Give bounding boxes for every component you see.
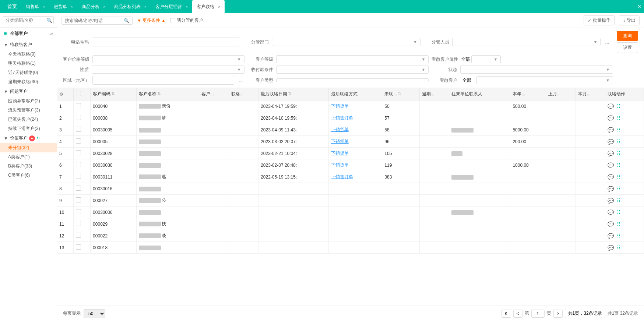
more-icon[interactable]: ⠿ [617,221,620,227]
sidebar-all-customers[interactable]: ⊞ 全部客户 « [0,28,57,40]
main-search-icon[interactable]: 🔍 [124,18,129,23]
sidebar-item-hoarding[interactable]: 囤购异常客户(2) [0,96,57,106]
more-icon[interactable]: ⠿ [617,174,620,180]
retail-select[interactable]: ▼ [476,76,613,84]
last-method-link[interactable]: 下销货单 [331,127,349,132]
sidebar-pending-section[interactable]: ▼ 待联络客户 [0,40,57,50]
row-checkbox[interactable] [76,150,81,155]
customer-type-select[interactable] [276,78,429,82]
more-icon[interactable]: ⠿ [617,245,620,251]
filter-more-dots[interactable]: ... [603,39,611,45]
close-tab-sales-icon[interactable]: × [43,4,45,9]
region-dots[interactable]: ... [237,77,244,83]
more-icon[interactable]: ⠿ [617,209,620,215]
nav-tab-customer-tier[interactable]: 客户分层经营 × [151,0,192,13]
row-checkbox[interactable] [76,197,81,202]
sidebar-item-ungroup[interactable]: 未分组(32) [0,143,57,152]
sidebar-item-7days[interactable]: 近7天待联络(0) [0,68,57,77]
more-icon[interactable]: ⠿ [617,139,620,145]
chat-icon[interactable]: 💬 [608,162,614,168]
chat-icon[interactable]: 💬 [608,103,614,109]
col-code[interactable]: 客户编码⇅ [91,88,137,100]
reset-button[interactable]: 设置 [617,42,638,53]
dept-select[interactable]: ▼ [272,38,420,46]
sidebar-problem-section[interactable]: ▼ 问题客户 [0,87,57,96]
batch-operation-button[interactable]: ✓ 批量操作 [584,15,615,25]
nav-home[interactable]: 首页 [3,3,21,10]
first-page-button[interactable]: K [502,310,511,318]
nav-tab-sales[interactable]: 销售单 × [21,0,49,13]
person-select[interactable]: ▼ [452,38,601,46]
price-level-select[interactable]: ▼ [92,55,244,63]
my-customers-check-icon[interactable] [170,18,175,23]
chat-icon[interactable]: 💬 [608,115,614,121]
per-page-select[interactable]: 50 100 [84,309,105,318]
page-number-input[interactable] [531,310,545,318]
region-input[interactable] [92,76,234,85]
chat-icon[interactable]: 💬 [608,209,614,215]
sidebar-item-churned[interactable]: 已流失客户(24) [0,115,57,124]
more-icon[interactable]: ⠿ [617,233,620,239]
last-page-button[interactable]: 共1页，32条记录 [565,309,605,318]
close-tab-purchase-icon[interactable]: × [71,4,73,9]
more-icon[interactable]: ⠿ [617,115,620,121]
chat-icon[interactable]: 💬 [608,221,614,227]
col-last-date[interactable]: 最后联络日期⇅ [258,88,328,100]
chat-icon[interactable]: 💬 [608,186,614,192]
next-page-button[interactable]: > [553,310,563,318]
retail-attr-select[interactable]: ▼ [471,55,501,63]
sidebar-item-tomorrow[interactable]: 明天待联络(1) [0,59,57,68]
payment-select[interactable]: ▼ [276,66,429,74]
sidebar-item-class-b[interactable]: B类客户(33) [0,162,57,171]
sidebar-item-declining[interactable]: 持续下滑客户(2) [0,124,57,133]
col-no-contact[interactable]: 未联...⇅ [382,88,419,100]
more-icon[interactable]: ⠿ [617,186,620,192]
row-checkbox[interactable] [76,209,81,214]
phone-input[interactable] [92,38,240,46]
more-icon[interactable]: ⠿ [617,151,620,156]
sidebar-item-class-c[interactable]: C类客户(6) [0,171,57,180]
customer-level-select[interactable]: ▼ [276,55,429,63]
sidebar-item-class-a[interactable]: A类客户(1) [0,152,57,162]
window-close-button[interactable]: × [638,3,641,10]
sidebar-value-section[interactable]: ▼ 价值客户 ● ↻ [0,133,57,143]
chat-icon[interactable]: 💬 [608,174,614,180]
more-filter-button[interactable]: ▼ 更多条件 ▲ [137,17,166,24]
more-icon[interactable]: ⠿ [617,127,620,133]
nav-tab-purchase[interactable]: 进货单 × [49,0,77,13]
nav-tab-product-analysis[interactable]: 商品分析 × [77,0,110,13]
nav-tab-customer-contact[interactable]: 客户联络 × [192,0,225,13]
row-checkbox[interactable] [76,162,81,167]
more-icon[interactable]: ⠿ [617,198,620,204]
row-checkbox[interactable] [76,115,81,120]
sidebar-search-icon[interactable]: 🔍 [46,18,52,23]
export-button[interactable]: ↓ 导出 [619,15,640,25]
chat-icon[interactable]: 💬 [608,198,614,204]
nature-select[interactable]: ▼ [92,66,244,74]
close-tab-product-list-icon[interactable]: × [144,4,147,9]
close-tab-customer-contact-icon[interactable]: × [218,4,220,9]
row-checkbox[interactable] [76,138,81,144]
chat-icon[interactable]: 💬 [608,127,614,133]
main-search-input[interactable] [65,18,124,23]
settings-icon[interactable]: ⚙ [59,92,63,97]
refresh-icon[interactable]: ↻ [36,136,40,141]
row-checkbox[interactable] [76,103,81,108]
row-checkbox[interactable] [76,127,81,132]
status-select[interactable]: ▼ [460,66,613,74]
last-method-link[interactable]: 下销货单 [331,139,349,144]
select-all-checkbox[interactable] [76,91,81,96]
sidebar-item-overdue[interactable]: 逾期未联络(30) [0,77,57,87]
row-checkbox[interactable] [76,174,81,179]
chat-icon[interactable]: 💬 [608,245,614,251]
prev-page-button[interactable]: < [513,310,522,318]
more-icon[interactable]: ⠿ [617,162,620,168]
chat-icon[interactable]: 💬 [608,151,614,156]
sidebar-collapse-icon[interactable]: « [50,31,53,37]
row-checkbox[interactable] [76,244,81,250]
col-settings[interactable]: ⚙ [57,88,73,100]
close-tab-product-analysis-icon[interactable]: × [103,4,105,9]
last-method-link[interactable]: 下销售订单 [331,115,353,120]
chat-icon[interactable]: 💬 [608,233,614,239]
sidebar-item-churn-warning[interactable]: 流失预警客户(3) [0,106,57,115]
